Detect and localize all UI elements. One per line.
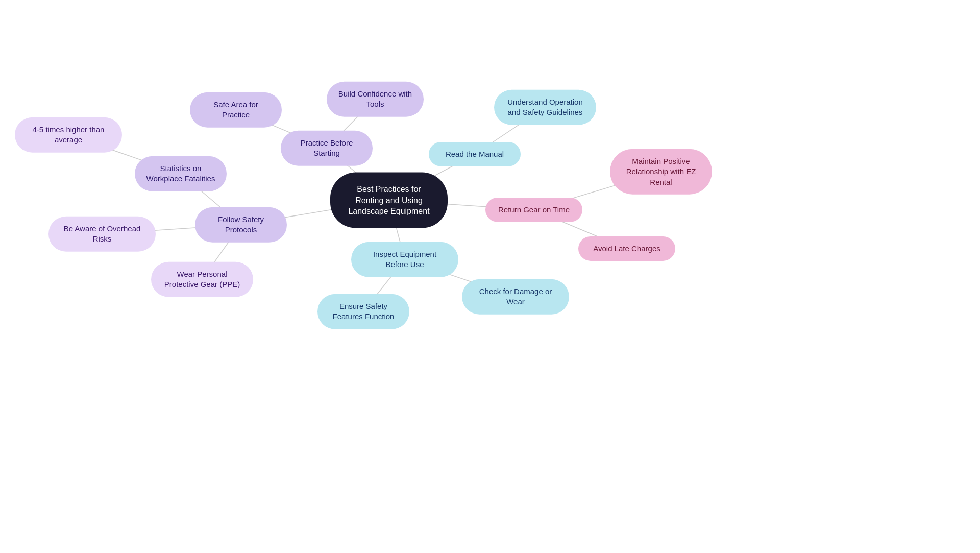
- read-manual-node: Read the Manual: [429, 142, 521, 166]
- return-gear-node: Return Gear on Time: [485, 198, 582, 222]
- ensure-safety-node: Ensure Safety Features Function: [317, 294, 409, 329]
- maintain-relationship-node: Maintain Positive Relationship with EZ R…: [610, 149, 712, 195]
- practice-before-node: Practice Before Starting: [281, 131, 373, 166]
- mindmap-container: Best Practices for Renting and Using Lan…: [0, 0, 980, 553]
- follow-safety-node: Follow Safety Protocols: [195, 207, 287, 243]
- center-node: Best Practices for Renting and Using Lan…: [330, 173, 448, 228]
- wear-ppe-node: Wear Personal Protective Gear (PPE): [151, 262, 253, 297]
- safe-area-node: Safe Area for Practice: [190, 92, 282, 128]
- be-aware-node: Be Aware of Overhead Risks: [48, 217, 156, 252]
- understand-operation-node: Understand Operation and Safety Guidelin…: [494, 90, 596, 125]
- avoid-late-node: Avoid Late Charges: [578, 236, 675, 261]
- check-damage-node: Check for Damage or Wear: [462, 279, 569, 315]
- four-five-times-node: 4-5 times higher than average: [15, 117, 122, 153]
- statistics-node: Statistics on Workplace Fatalities: [135, 156, 227, 191]
- inspect-equipment-node: Inspect Equipment Before Use: [351, 242, 458, 277]
- build-confidence-node: Build Confidence with Tools: [327, 82, 424, 117]
- connections-svg: [0, 0, 980, 553]
